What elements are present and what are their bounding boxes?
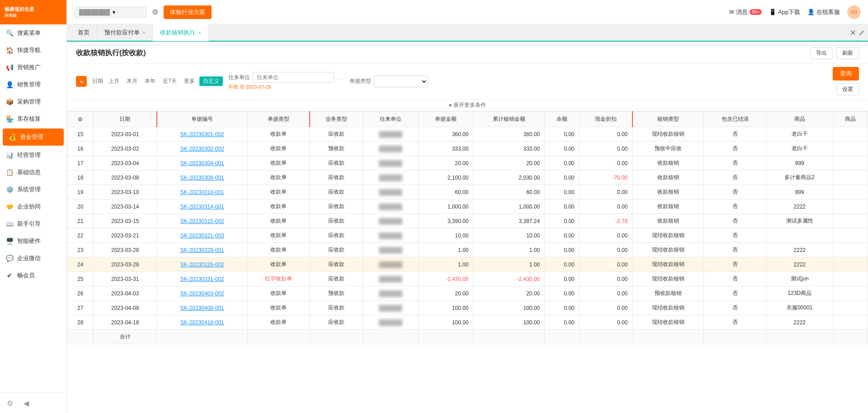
date-option[interactable]: 本月 [124,76,140,86]
cell-bill_no[interactable]: SK-20230418-001 [157,315,248,330]
cell-total_writeoff: 100.00 [473,301,545,315]
sidebar-item-search[interactable]: 🔍搜索菜单 [0,24,66,42]
table-row[interactable]: 182023-03-08SK-20230308-001收款单应收款██████2… [67,171,868,185]
sidebar-item-hardware[interactable]: 🖥️智能硬件 [0,233,66,250]
table-row[interactable]: 172023-03-04SK-20230304-001收款单应收款██████2… [67,156,868,171]
cell-bill_no[interactable]: SK-20230302-002 [157,142,248,156]
bill-no-link[interactable]: SK-20230328-001 [180,247,224,253]
industry-btn[interactable]: 体验行业方案 [164,5,212,19]
sidebar-item-finance[interactable]: 💰资金管理 [3,128,64,146]
bill-no-link[interactable]: SK-20230328-002 [180,261,224,268]
bill-no-link[interactable]: SK-20230331-002 [180,276,224,282]
bill-no-link[interactable]: SK-20230302-002 [180,146,224,152]
table-row[interactable]: 282023-04-18SK-20230418-001收款单应收款██████1… [67,315,868,330]
cell-bill_no[interactable]: SK-20230308-001 [157,171,248,185]
cell-bill_no[interactable]: SK-20230301-002 [157,127,248,142]
sidebar-item-purchase[interactable]: 📦采购管理 [0,93,66,110]
sidebar-item-guide[interactable]: 📖新手引导 [0,215,66,233]
cell-bill_type: 收款单 [248,301,310,315]
cell-bill_no[interactable]: SK-20230328-001 [157,243,248,257]
tab-collection[interactable]: 收款核销执行× [153,24,208,41]
bill-no-link[interactable]: SK-20230304-001 [180,160,224,166]
cell-bill_no[interactable]: SK-20230321-003 [157,228,248,243]
billtype-label: 单据类型 [349,77,371,85]
export-btn[interactable]: 导出 [810,47,833,59]
cell-bill_no[interactable]: SK-20230328-002 [157,257,248,272]
cell-goods_img [833,315,868,330]
header-gear-icon[interactable]: ⚙ [152,8,158,16]
sidebar-item-corp[interactable]: 🤝企业协同 [0,198,66,215]
table-row[interactable]: 192023-03-10SK-20230310-001收款单应收款██████6… [67,185,868,199]
service-action[interactable]: 👤 在线客服 [807,8,840,16]
date-option[interactable]: 近7天 [160,76,179,86]
billtype-select[interactable] [374,76,428,87]
bill-no-link[interactable]: SK-20230418-001 [180,319,224,326]
tab-prepay[interactable]: 预付款应付单× [97,24,153,41]
query-btn[interactable]: 查询 [833,67,859,81]
setting-btn[interactable]: 设置 [836,83,859,95]
page-content: 收款核销执行(按收款) 导出 刷新 » 日期 上月本月本年近7天更多自定义 往来… [67,42,868,413]
table-row[interactable]: 232023-03-28SK-20230328-001收款单应收款██████1… [67,243,868,257]
date-option[interactable]: 上月 [106,76,122,86]
bill-no-link[interactable]: SK-20230403-002 [180,290,224,297]
settings-icon[interactable]: ⚙ [4,397,16,409]
table-row[interactable]: 212023-03-15SK-20230315-002收款单应收款██████3… [67,214,868,228]
bill-no-link[interactable]: SK-20230310-001 [180,189,224,195]
bill-no-link[interactable]: SK-20230301-002 [180,131,224,138]
cell-bill_no[interactable]: SK-20230408-001 [157,301,248,315]
tab-home[interactable]: 首页 [71,24,97,41]
partner-input[interactable] [253,72,334,83]
cell-bill_no[interactable]: SK-20230331-002 [157,272,248,286]
header-select[interactable]: ████████ ▾ [74,7,146,18]
expand-window-icon[interactable]: ⤢ [859,28,864,37]
cell-goods_img [833,142,868,156]
table-row[interactable]: 242023-03-28SK-20230328-002收款单应收款██████1… [67,257,868,272]
sidebar-item-operation[interactable]: 📊经营管理 [0,147,66,164]
date-option[interactable]: 本年 [142,76,158,86]
message-action[interactable]: ✉ 消息 99+ [729,8,762,16]
collapse-icon[interactable]: ◀ [20,397,33,409]
date-option[interactable]: 更多 [181,76,198,86]
user-avatar[interactable]: Rit [847,5,861,19]
cell-amount: 20.00 [418,156,473,171]
sidebar-item-inventory[interactable]: 🏪库存核算 [0,110,66,128]
sidebar-item-system[interactable]: ⚙️系统管理 [0,181,66,198]
tab-close-icon[interactable]: × [142,30,145,35]
cell-biz_type: 应收款 [310,315,363,330]
cell-bill_no[interactable]: SK-20230304-001 [157,156,248,171]
expand-more-btn[interactable]: ▾ 展开更多条件 [449,101,486,109]
bill-no-link[interactable]: SK-20230308-001 [180,175,224,181]
cell-bill_no[interactable]: SK-20230403-002 [157,286,248,301]
cell-bill_no[interactable]: SK-20230310-001 [157,185,248,199]
bill-no-link[interactable]: SK-20230315-002 [180,218,224,224]
cell-bill_type: 收款单 [248,156,310,171]
table-row[interactable]: 262023-04-03SK-20230403-002收款单预收款██████2… [67,286,868,301]
table-row[interactable]: 162023-03-02SK-20230302-002收款单预收款██████3… [67,142,868,156]
table-row[interactable]: 152023-03-01SK-20230301-002收款单应收款██████3… [67,127,868,142]
blurred-partner: ██████ [379,218,402,224]
refresh-btn[interactable]: 刷新 [836,47,859,59]
sidebar-item-basic[interactable]: 📋基础信息 [0,164,66,181]
bill-no-link[interactable]: SK-20230314-001 [180,204,224,210]
logo-version: 标推版 [5,13,34,19]
sidebar-item-wechat[interactable]: 💬企业微信 [0,250,66,267]
cell-bill_type: 收款单 [248,199,310,214]
cell-bill_no[interactable]: SK-20230314-001 [157,199,248,214]
tab-close-icon[interactable]: × [198,30,201,35]
bill-no-link[interactable]: SK-20230321-003 [180,233,224,239]
table-row[interactable]: 252023-03-31SK-20230331-002红字收款单应收款█████… [67,272,868,286]
close-tab-icon[interactable]: ✕ [850,28,856,37]
table-row[interactable]: 222023-03-21SK-20230321-003收款单应收款██████1… [67,228,868,243]
sidebar-item-member[interactable]: ✔畅会员 [0,267,66,284]
sidebar-item-marketing[interactable]: 📢营销推广 [0,59,66,76]
table-row[interactable]: 272023-04-08SK-20230408-001收款单应收款██████1… [67,301,868,315]
app-download-action[interactable]: 📱 App下载 [769,8,800,16]
bill-no-link[interactable]: SK-20230408-001 [180,305,224,311]
cell-cash_discount: -70.00 [579,171,632,185]
cell-bill_no[interactable]: SK-20230315-002 [157,214,248,228]
filter-toggle-btn[interactable]: » [76,76,87,87]
date-custom-btn[interactable]: 自定义 [199,76,223,86]
sidebar-item-quicknav[interactable]: 🏠快捷导航 [0,42,66,59]
table-row[interactable]: 202023-03-14SK-20230314-001收款单应收款██████1… [67,199,868,214]
sidebar-item-sales[interactable]: 👤销售管理 [0,76,66,93]
